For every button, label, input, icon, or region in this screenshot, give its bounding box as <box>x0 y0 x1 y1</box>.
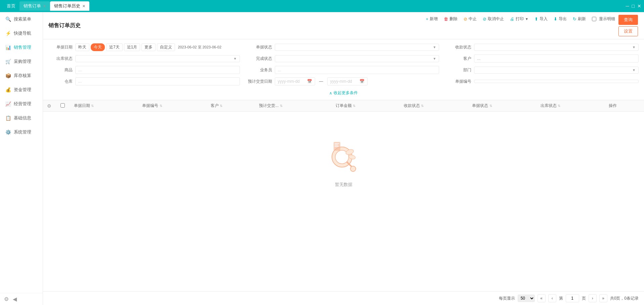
date-btn-yesterday[interactable]: 昨天 <box>75 43 89 51</box>
sort-amount-icon[interactable]: ⇅ <box>353 104 355 108</box>
sidebar-item-inventory[interactable]: 📦 库存核算 <box>0 69 43 83</box>
th-customer: 客户 ⇅ <box>207 100 255 112</box>
customer-filter: ... <box>474 54 639 63</box>
tab-home[interactable]: 首页 <box>3 1 19 11</box>
next-page-button[interactable]: › <box>589 294 597 302</box>
sort-date-icon[interactable]: ⇅ <box>91 104 94 108</box>
tab-sales-order-history[interactable]: 销售订单历史 ✕ <box>50 1 89 11</box>
export-button[interactable]: ⬇ 导出 <box>551 15 569 23</box>
th-amount: 订单金额 ⇅ <box>332 100 400 112</box>
complete-select[interactable]: ▼ <box>275 55 439 62</box>
cancel-suspend-button[interactable]: ⊘ 取消中止 <box>480 15 507 23</box>
sidebar-item-basic-info[interactable]: 📋 基础信息 <box>0 111 43 125</box>
tab-sales-order-close[interactable]: ✕ <box>43 4 46 8</box>
suspend-button[interactable]: ⊘ 中止 <box>461 15 479 23</box>
display-toggle[interactable]: 显示明细 <box>589 15 618 23</box>
salesperson-select[interactable]: ... <box>275 66 439 74</box>
filter-row-3: 商品 ... 业务员 ... 部门 <box>48 66 639 74</box>
date-dash: — <box>316 79 326 84</box>
display-toggle-checkbox[interactable] <box>592 17 596 21</box>
svg-point-3 <box>350 166 356 171</box>
order-no-input[interactable] <box>474 80 639 83</box>
th-bill-status: 单据状态 ⇅ <box>468 100 536 112</box>
dept-arrow-icon: ▼ <box>632 68 636 72</box>
th-checkbox <box>56 100 70 112</box>
date-range-text: 2023-06-02 至 2023-06-02 <box>178 45 221 50</box>
new-button[interactable]: + 新增 <box>423 15 441 23</box>
expected-date-filter: yyyy-mm-dd 📅 — yyyy-mm-dd 📅 <box>275 77 439 85</box>
collapse-row[interactable]: ∧ 收起更多条件 <box>48 89 639 96</box>
sort-no-icon[interactable]: ⇅ <box>160 104 162 108</box>
warehouse-select[interactable]: ... <box>75 77 240 85</box>
sidebar-collapse-icon[interactable]: ◀ <box>13 296 17 302</box>
query-button[interactable]: 查询 <box>618 15 638 25</box>
refresh-button[interactable]: ↻ 刷新 <box>570 15 589 23</box>
sort-expected-date-icon[interactable]: ⇅ <box>280 104 283 108</box>
salesperson-filter: ... <box>275 66 439 74</box>
page-number-input[interactable] <box>566 294 579 302</box>
outbound-filter: ▼ <box>75 55 240 62</box>
th-no: 单据编号 ⇅ <box>138 100 206 112</box>
warehouse-filter: ... <box>75 77 240 85</box>
sidebar-item-sales[interactable]: 📊 销售管理 <box>0 40 43 54</box>
sidebar: 🔍 搜索菜单 ⚡ 快捷导航 📊 销售管理 🛒 采购管理 📦 库存核算 💰 资金管… <box>0 12 43 305</box>
first-page-button[interactable]: « <box>538 294 546 302</box>
expected-date-end[interactable]: yyyy-mm-dd 📅 <box>327 77 368 85</box>
sidebar-item-search[interactable]: 🔍 搜索菜单 <box>0 12 43 26</box>
window-close-icon[interactable]: ✕ <box>637 3 641 9</box>
print-button[interactable]: 🖨 打印 ▼ <box>507 15 531 23</box>
tab-sales-order[interactable]: 销售订单 ✕ <box>19 1 50 11</box>
cal-end-icon[interactable]: 📅 <box>359 79 364 84</box>
complete-arrow-icon: ▼ <box>433 57 436 61</box>
prev-page-button[interactable]: ‹ <box>548 294 556 302</box>
dept-select[interactable]: ▼ <box>474 67 639 74</box>
content-area: 销售订单历史 + 新增 🗑 删除 ⊘ 中止 ⊘ 取消中止 <box>43 12 644 305</box>
date-btn-more[interactable]: 更多 <box>141 43 156 51</box>
select-all-checkbox[interactable] <box>60 103 65 108</box>
date-btn-today[interactable]: 今天 <box>91 43 105 51</box>
date-btn-custom[interactable]: 自定义 <box>157 43 175 51</box>
sidebar-item-purchase[interactable]: 🛒 采购管理 <box>0 54 43 69</box>
maximize-icon[interactable]: □ <box>632 3 635 9</box>
filter-section: 单据日期 昨天 今天 近7天 近1月 更多 自定义 2023-06-02 至 2… <box>43 39 644 100</box>
cal-start-icon[interactable]: 📅 <box>307 79 312 84</box>
customer-select[interactable]: ... <box>474 54 639 63</box>
page-size-select[interactable]: 50 10 20 100 <box>518 295 535 302</box>
th-settings: ⚙ <box>43 100 56 112</box>
table-settings-icon[interactable]: ⚙ <box>47 103 51 109</box>
receipt-status-select[interactable]: ▼ <box>474 44 639 51</box>
pagination: 每页显示 50 10 20 100 « ‹ 第 页 › » 共0页，0条记录 <box>43 291 644 305</box>
export-icon: ⬇ <box>554 16 557 22</box>
tab-sales-order-history-close[interactable]: ✕ <box>82 4 85 8</box>
last-page-button[interactable]: » <box>599 294 607 302</box>
suspend-icon: ⊘ <box>464 16 467 22</box>
customer-label: 客户 <box>447 56 474 62</box>
sidebar-item-quick-nav[interactable]: ⚡ 快捷导航 <box>0 26 43 40</box>
sidebar-item-operations[interactable]: 📈 经营管理 <box>0 97 43 111</box>
sidebar-settings-icon[interactable]: ⚙ <box>4 296 9 302</box>
filter-row-2: 出库状态 ▼ 完成状态 ▼ 客户 <box>48 54 639 63</box>
th-date: 单据日期 ⇅ <box>70 100 138 112</box>
goods-select[interactable]: ... <box>75 66 240 74</box>
th-expected-date: 预计交货... ⇅ <box>255 100 332 112</box>
sort-outbound-status-icon[interactable]: ⇅ <box>558 104 560 108</box>
status-select[interactable]: ▼ <box>275 44 439 51</box>
settings-button[interactable]: 设置 <box>618 26 638 36</box>
date-btn-7days[interactable]: 近7天 <box>106 43 123 51</box>
sort-bill-status-icon[interactable]: ⇅ <box>489 104 492 108</box>
import-button[interactable]: ⬆ 导入 <box>532 15 550 23</box>
delete-button[interactable]: 🗑 删除 <box>441 15 460 23</box>
date-group: 昨天 今天 近7天 近1月 更多 自定义 2023-06-02 至 2023-0… <box>75 43 240 51</box>
minimize-icon[interactable]: ─ <box>626 3 629 9</box>
outbound-select[interactable]: ▼ <box>75 55 240 62</box>
sidebar-item-finance[interactable]: 💰 资金管理 <box>0 83 43 97</box>
status-label: 单据状态 <box>248 44 275 50</box>
expected-date-start[interactable]: yyyy-mm-dd 📅 <box>275 77 315 85</box>
sort-customer-icon[interactable]: ⇅ <box>220 104 222 108</box>
sort-receipt-status-icon[interactable]: ⇅ <box>421 104 424 108</box>
sidebar-item-system[interactable]: ⚙️ 系统管理 <box>0 125 43 139</box>
finance-icon: 💰 <box>5 87 11 92</box>
last-page-icon: » <box>602 296 604 301</box>
date-btn-1month[interactable]: 近1月 <box>124 43 140 51</box>
toolbar: + 新增 🗑 删除 ⊘ 中止 ⊘ 取消中止 🖨 打印 <box>423 15 639 36</box>
